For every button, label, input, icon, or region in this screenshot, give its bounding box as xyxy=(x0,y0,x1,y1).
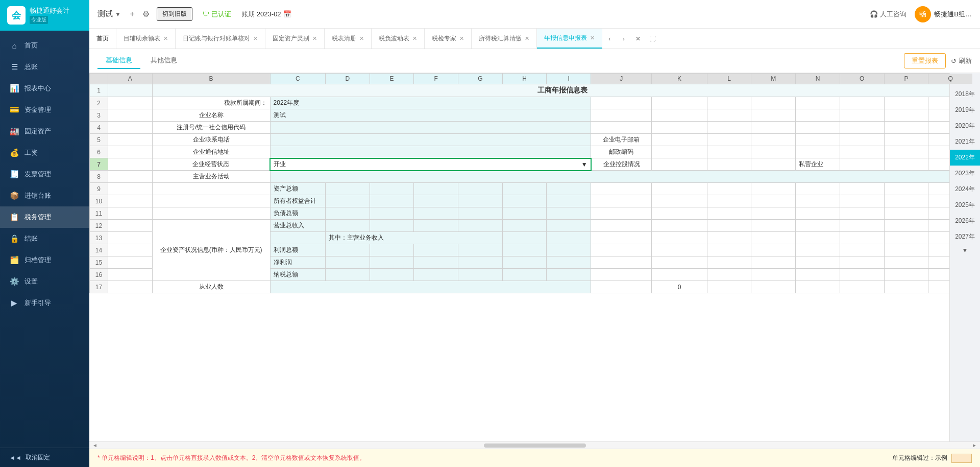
cell-13-k[interactable] xyxy=(652,232,707,244)
cell-10-p[interactable] xyxy=(884,195,928,207)
cell-14-i[interactable] xyxy=(547,244,591,256)
cell-11-a[interactable] xyxy=(108,207,153,220)
cell-10-f[interactable] xyxy=(414,195,458,207)
tab-taxcheck-close[interactable]: ✕ xyxy=(459,35,464,42)
cell-9-h[interactable] xyxy=(502,183,547,195)
cell-12-c[interactable]: 营业总收入 xyxy=(270,220,325,232)
cell-9-p[interactable] xyxy=(884,183,928,195)
cell-14-m[interactable] xyxy=(751,244,796,256)
cell-8-b[interactable]: 主营业务活动 xyxy=(152,171,270,183)
cell-14-g[interactable] xyxy=(458,244,503,256)
cell-14-e[interactable] xyxy=(370,244,414,256)
cell-12-j[interactable] xyxy=(591,220,652,232)
cell-3-a[interactable] xyxy=(108,109,153,122)
cell-13-o[interactable] xyxy=(840,232,884,244)
tab-incometax[interactable]: 所得税汇算清缴 ✕ xyxy=(472,29,537,49)
cell-17-a[interactable] xyxy=(108,281,153,293)
cell-13-d[interactable]: 其中：主营业务收入 xyxy=(325,232,502,244)
topbar-settings-button[interactable]: ⚙ xyxy=(142,9,150,19)
cell-9-o[interactable] xyxy=(840,183,884,195)
cell-14-c[interactable]: 利润总额 xyxy=(270,244,325,256)
tab-journal[interactable]: 日记账与银行对账单核对 ✕ xyxy=(176,29,265,49)
cell-15-g[interactable] xyxy=(458,256,503,269)
cell-17-c[interactable] xyxy=(270,281,591,293)
cell-11-d[interactable] xyxy=(325,207,370,220)
cell-12-d[interactable] xyxy=(325,220,370,232)
cell-10-a[interactable] xyxy=(108,195,153,207)
cell-12-g[interactable] xyxy=(458,220,503,232)
cell-17-l[interactable] xyxy=(707,281,751,293)
cell-10-j[interactable] xyxy=(591,195,652,207)
cell-15-h[interactable] xyxy=(502,256,547,269)
cell-5-p[interactable] xyxy=(884,134,928,146)
tab-incometax-close[interactable]: ✕ xyxy=(525,35,529,42)
cell-12-i[interactable] xyxy=(547,220,591,232)
user-menu[interactable]: 畅 畅捷通B组… xyxy=(915,6,972,22)
cell-16-l[interactable] xyxy=(707,269,751,281)
cell-16-f[interactable] xyxy=(414,269,458,281)
tab-close-all-button[interactable]: ✕ xyxy=(631,29,645,49)
cell-15-k[interactable] xyxy=(652,256,707,269)
cell-3-p[interactable] xyxy=(884,109,928,122)
cell-15-p[interactable] xyxy=(884,256,928,269)
cell-13-l[interactable] xyxy=(707,232,751,244)
cell-12-p[interactable] xyxy=(884,220,928,232)
cell-8-c[interactable] xyxy=(270,171,972,183)
cell-14-d[interactable] xyxy=(325,244,370,256)
cell-12-h[interactable] xyxy=(502,220,547,232)
cell-12-m[interactable] xyxy=(751,220,796,232)
tab-fixed-close[interactable]: ✕ xyxy=(312,35,317,42)
sidebar-item-fund[interactable]: 💳 资金管理 xyxy=(0,99,89,121)
cell-6-c[interactable] xyxy=(270,146,591,158)
tab-annualreport-close[interactable]: ✕ xyxy=(590,35,595,41)
cell-3-k[interactable] xyxy=(652,109,707,122)
cell-9-a[interactable] xyxy=(108,183,153,195)
cell-11-n[interactable] xyxy=(796,207,840,220)
cell-15-i[interactable] xyxy=(547,256,591,269)
cell-12-b[interactable]: 企业资产状况信息(币种：人民币万元) xyxy=(152,220,270,281)
cell-14-p[interactable] xyxy=(884,244,928,256)
cell-9-b[interactable] xyxy=(152,183,270,195)
cell-15-n[interactable] xyxy=(796,256,840,269)
cell-12-e[interactable] xyxy=(370,220,414,232)
hscroll-left-button[interactable]: ◄ xyxy=(91,442,99,448)
cell-9-k[interactable] xyxy=(652,183,707,195)
cell-9-g[interactable] xyxy=(458,183,503,195)
cell-5-b[interactable]: 企业联系电话 xyxy=(152,134,270,146)
cell-11-p[interactable] xyxy=(884,207,928,220)
sidebar-collapse-button[interactable]: ◄◄ 取消固定 xyxy=(0,448,89,467)
sidebar-item-ledger[interactable]: ☰ 总账 xyxy=(0,56,89,78)
cell-11-o[interactable] xyxy=(840,207,884,220)
cell-4-b[interactable]: 注册号/统一社会信用代码 xyxy=(152,122,270,134)
cell-9-l[interactable] xyxy=(707,183,751,195)
sidebar-item-tax[interactable]: 📋 税务管理 xyxy=(0,206,89,228)
cell-14-n[interactable] xyxy=(796,244,840,256)
cell-11-h[interactable] xyxy=(502,207,547,220)
tab-taxwave[interactable]: 税负波动表 ✕ xyxy=(372,29,425,49)
cell-17-p[interactable] xyxy=(884,281,928,293)
cell-16-d[interactable] xyxy=(325,269,370,281)
cell-10-k[interactable] xyxy=(652,195,707,207)
cell-6-j[interactable]: 邮政编码 xyxy=(591,146,652,158)
tab-annualreport[interactable]: 年报信息申报表 ✕ xyxy=(537,29,602,49)
cell-17-k[interactable]: 0 xyxy=(652,281,707,293)
cell-9-n[interactable] xyxy=(796,183,840,195)
cell-5-l[interactable] xyxy=(707,134,751,146)
cell-17-n[interactable] xyxy=(796,281,840,293)
cell-16-e[interactable] xyxy=(370,269,414,281)
year-item-2023[interactable]: 2023年 xyxy=(950,166,980,181)
year-item-2021[interactable]: 2021年 xyxy=(950,134,980,150)
cell-10-b[interactable] xyxy=(152,195,270,207)
sidebar-item-home[interactable]: ⌂ 首页 xyxy=(0,35,89,56)
cell-6-p[interactable] xyxy=(884,146,928,158)
cell-11-j[interactable] xyxy=(591,207,652,220)
cell-4-l[interactable] xyxy=(707,122,751,134)
topbar-add-button[interactable]: ＋ xyxy=(128,9,136,19)
cell-5-a[interactable] xyxy=(108,134,153,146)
cell-12-a[interactable] xyxy=(108,220,153,232)
cell-9-e[interactable] xyxy=(370,183,414,195)
tab-aux-close[interactable]: ✕ xyxy=(163,35,168,42)
cell-5-c[interactable] xyxy=(270,134,591,146)
cell-9-c[interactable]: 资产总额 xyxy=(270,183,325,195)
cell-10-d[interactable] xyxy=(325,195,370,207)
